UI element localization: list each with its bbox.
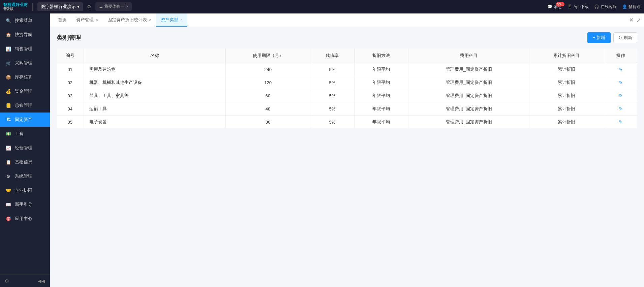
sidebar-item-ledger[interactable]: 📒 总账管理 [0,98,50,113]
tab-close-icon[interactable]: × [149,18,151,22]
table-row: 01房屋及建筑物2405%年限平均管理费用_固定资产折旧累计折旧✎ [57,63,637,76]
sidebar-item-purchase[interactable]: 🛒 采购管理 [0,56,50,70]
cell-accum: 累计折旧 [529,63,604,76]
app-download-button[interactable]: 📱 App下载 [567,4,589,10]
cell-expense: 管理费用_固定资产折旧 [408,76,529,89]
cell-method: 年限平均 [354,102,408,116]
cell-action: ✎ [604,116,637,129]
content-area: 首页资产管理×固定资产折旧统计表×资产类型× ✕ ⤢ 类别管理 + 新增 ↻ 刷… [50,13,644,287]
cell-accum: 累计折旧 [529,89,604,102]
sidebar-item-label: 新手引导 [15,201,32,208]
new-button[interactable]: + 新增 [587,32,611,43]
cell-residual: 5% [310,89,354,102]
edit-button[interactable]: ✎ [619,80,623,85]
cell-usage: 48 [225,102,310,116]
table-row: 04运输工具485%年限平均管理费用_固定资产折旧累计折旧✎ [57,102,637,116]
sidebar-item-label: 企业协同 [15,187,32,193]
tab-label: 资产管理 [76,17,94,23]
sidebar-item-label: 库存核算 [15,74,32,80]
sidebar-item-label: 总账管理 [15,102,32,108]
try-button[interactable]: ☁ 我要体验一下 [95,2,132,11]
cell-residual: 5% [310,63,354,76]
edit-button[interactable]: ✎ [619,119,623,125]
tab-home[interactable]: 首页 [53,13,71,27]
edit-button[interactable]: ✎ [619,67,623,72]
tab-label: 资产类型 [161,17,178,23]
asset-type-table: 编号名称使用期限（月）残值率折旧方法费用科目累计折旧科目操作01房屋及建筑物24… [57,49,637,128]
message-button[interactable]: 💬 消息 99+ [547,4,562,10]
sidebar-item-label: 工资 [15,131,24,137]
header-actions: + 新增 ↻ 刷新 [587,32,637,43]
workspace-selector[interactable]: 医疗器械行业演示 ▾ [37,2,83,11]
page-content: 类别管理 + 新增 ↻ 刷新 编号名称使用期限（月）残值率折旧方法费用科目累计折… [50,27,644,287]
inventory-icon: 📦 [5,74,11,80]
tab-close-icon[interactable]: × [96,18,98,22]
sidebar-item-label: 应用中心 [15,216,32,222]
sidebar-item-label: 资金管理 [15,88,32,94]
guide-icon: 📖 [5,201,11,208]
sidebar-item-sales[interactable]: 📊 销售管理 [0,42,50,56]
sidebar-item-quick-nav[interactable]: 🏠 快捷导航 [0,28,50,42]
system-icon: ⚙ [5,173,11,179]
cell-usage: 60 [225,89,310,102]
edit-button[interactable]: ✎ [619,93,623,98]
cell-name: 机器、机械和其他生产设备 [84,76,225,89]
page-header: 类别管理 + 新增 ↻ 刷新 [57,32,637,43]
cell-code: 04 [57,102,84,116]
funds-icon: 💰 [5,88,11,94]
sidebar-item-search[interactable]: 🔍 搜索菜单 [0,13,50,28]
cell-residual: 5% [310,116,354,129]
sidebar-item-app-center[interactable]: 🎯 应用中心 [0,212,50,226]
sidebar-item-label: 采购管理 [15,60,32,66]
operations-icon: 📈 [5,145,11,151]
quick-nav-icon: 🏠 [5,32,11,38]
cell-usage: 36 [225,116,310,129]
col-header-usage_period: 使用期限（月） [225,49,310,63]
tab-close-icon[interactable]: × [180,18,183,22]
sidebar-item-payroll[interactable]: 💵 工资 [0,127,50,141]
cell-usage: 120 [225,76,310,89]
tab-asset-mgmt[interactable]: 资产管理× [71,13,103,27]
cell-name: 房屋及建筑物 [84,63,225,76]
cell-expense: 管理费用_固定资产折旧 [408,102,529,116]
sidebar-item-system[interactable]: ⚙ 系统管理 [0,169,50,183]
tab-depreciation-table[interactable]: 固定资产折旧统计表× [103,13,156,27]
purchase-icon: 🛒 [5,60,11,66]
col-header-depreciation_method: 折旧方法 [354,49,408,63]
cell-action: ✎ [604,76,637,89]
sidebar-item-basic-info[interactable]: 📋 基础信息 [0,155,50,169]
ledger-icon: 📒 [5,102,11,108]
cell-action: ✎ [604,63,637,76]
edit-button[interactable]: ✎ [619,106,623,111]
user-menu[interactable]: 👤 畅捷通 [622,4,641,10]
expand-tab-button[interactable]: ⤢ [636,17,641,23]
settings-icon[interactable]: ⚙ [5,278,9,284]
sidebar-item-funds[interactable]: 💰 资金管理 [0,84,50,98]
sidebar-item-fixed-assets[interactable]: 🏗 固定资产 [0,113,50,127]
gear-button[interactable]: ⚙ [86,3,93,11]
sidebar-item-label: 经营管理 [15,145,32,151]
minimize-tab-button[interactable]: ✕ [629,17,634,23]
cell-expense: 管理费用_固定资产折旧 [408,89,529,102]
app-center-icon: 🎯 [5,216,11,222]
sidebar-item-enterprise[interactable]: 🤝 企业协同 [0,183,50,197]
sidebar-item-label: 快捷导航 [15,32,32,38]
sidebar-item-operations[interactable]: 📈 经营管理 [0,141,50,155]
sidebar-item-guide[interactable]: 📖 新手引导 [0,197,50,212]
cell-action: ✎ [604,89,637,102]
tab-bar: 首页资产管理×固定资产折旧统计表×资产类型× ✕ ⤢ [50,13,644,27]
tab-asset-type[interactable]: 资产类型× [156,13,187,27]
refresh-button[interactable]: ↻ 刷新 [613,32,637,43]
col-header-expense_subject: 费用科目 [408,49,529,63]
cell-accum: 累计折旧 [529,76,604,89]
online-service-button[interactable]: 🎧 在线客服 [594,4,617,10]
table-row: 05电子设备365%年限平均管理费用_固定资产折旧累计折旧✎ [57,116,637,129]
tab-label: 首页 [58,17,67,23]
cell-code: 01 [57,63,84,76]
cell-method: 年限平均 [354,63,408,76]
top-bar-right: 💬 消息 99+ 📱 App下载 🎧 在线客服 👤 畅捷通 [547,4,641,10]
cell-name: 器具、工具、家具等 [84,89,225,102]
sidebar-item-inventory[interactable]: 📦 库存核算 [0,70,50,84]
collapse-icon[interactable]: ◀◀ [38,278,45,284]
cell-usage: 240 [225,63,310,76]
